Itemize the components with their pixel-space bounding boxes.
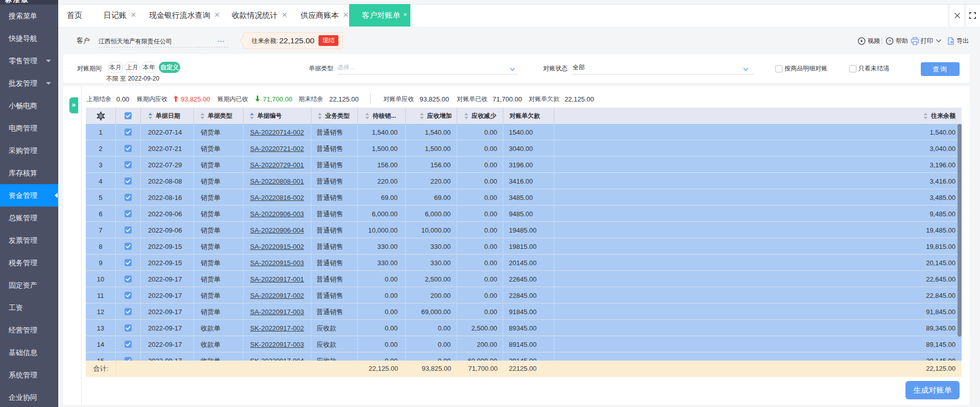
svg-text:?: ?	[888, 38, 891, 44]
